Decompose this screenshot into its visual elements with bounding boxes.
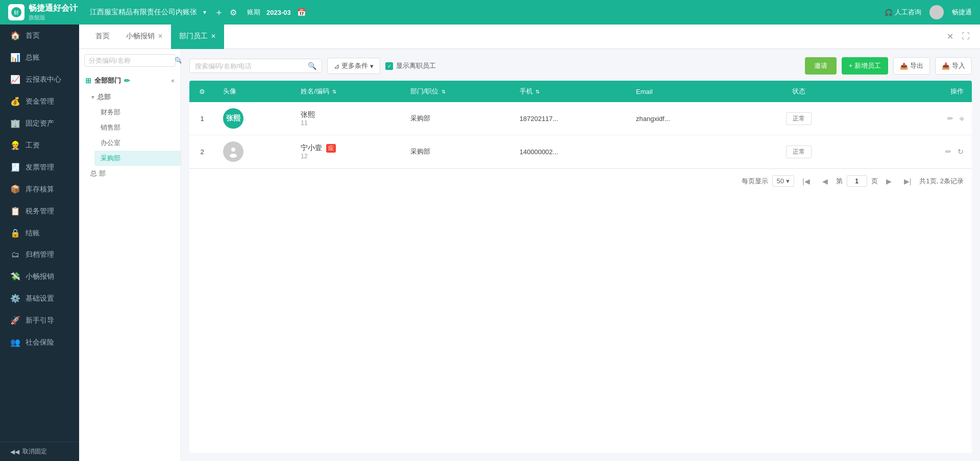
invite-button[interactable]: 邀请 bbox=[805, 57, 837, 75]
export-button[interactable]: 📤 导出 bbox=[893, 57, 930, 75]
dept-node-finance[interactable]: 财务部 bbox=[94, 105, 181, 120]
guide-icon: 🚀 bbox=[10, 316, 20, 325]
row-num-2: 2 bbox=[189, 135, 215, 168]
cancel-fixed-icon: ◀◀ bbox=[10, 448, 19, 455]
user-avatar bbox=[929, 5, 944, 19]
sidebar-item-label: 云报表中心 bbox=[26, 75, 61, 84]
sidebar-item-tax[interactable]: 📋 税务管理 bbox=[0, 200, 79, 222]
dept-node-office[interactable]: 办公室 bbox=[94, 135, 181, 151]
grid-icon: ⊞ bbox=[85, 77, 91, 85]
sidebar: 🏠 首页 📊 总账 📈 云报表中心 💰 资金管理 🏢 固定资产 👷 工资 🧾 发… bbox=[0, 25, 79, 461]
employee-code-1: 11 bbox=[301, 119, 394, 127]
add-employee-button[interactable]: + 新增员工 bbox=[842, 57, 888, 75]
col-status: 状态 bbox=[734, 81, 864, 102]
employee-code-2: 12 bbox=[301, 153, 394, 160]
sidebar-item-archive[interactable]: 🗂 归档管理 bbox=[0, 244, 79, 265]
employee-search-input[interactable] bbox=[195, 62, 305, 70]
show-resigned-checkbox[interactable]: ✓ 显示离职员工 bbox=[385, 61, 436, 70]
sidebar-item-closing[interactable]: 🔒 结账 bbox=[0, 222, 79, 244]
email-cell-1: zhangxidf... bbox=[628, 102, 734, 135]
tab-employees[interactable]: 部门员工 ✕ bbox=[171, 25, 224, 49]
filter-button[interactable]: ⊿ 更多条件 ▾ bbox=[327, 58, 380, 74]
expand-tab-icon[interactable]: ⛶ bbox=[960, 30, 972, 43]
reports-icon: 📈 bbox=[10, 75, 20, 84]
app-subtitle: 旗舰版 bbox=[29, 14, 78, 21]
svg-point-3 bbox=[230, 154, 237, 158]
cancel-fixed-button[interactable]: ◀◀ 取消固定 bbox=[0, 442, 79, 461]
delete-icon-2[interactable]: ↻ bbox=[958, 148, 964, 156]
settings-icon[interactable]: ⚙ bbox=[230, 8, 237, 17]
sidebar-item-label: 新手引导 bbox=[26, 316, 54, 325]
sidebar-item-label: 资金管理 bbox=[26, 97, 54, 106]
sidebar-item-settings[interactable]: ⚙️ 基础设置 bbox=[0, 287, 79, 309]
sidebar-item-inventory[interactable]: 📦 库存核算 bbox=[0, 178, 79, 200]
tab-home[interactable]: 首页 bbox=[87, 25, 118, 49]
page-number-input[interactable] bbox=[847, 175, 867, 187]
sidebar-item-label: 基础设置 bbox=[26, 294, 54, 303]
sidebar-item-invoice[interactable]: 🧾 发票管理 bbox=[0, 156, 79, 178]
employee-table: ⚙ 头像 姓名/编码 ⇅ 部门/职位 ⇅ 手机 ⇅ Email 状态 操作 bbox=[189, 81, 972, 168]
app-title: 畅捷通好会计 bbox=[29, 3, 78, 14]
prev-page-button[interactable]: ◀ bbox=[818, 176, 832, 187]
next-page-button[interactable]: ▶ bbox=[882, 176, 896, 187]
chevron-down-icon: ▾ bbox=[370, 62, 374, 70]
dept-node-general[interactable]: 总 部 bbox=[84, 166, 181, 181]
page-total: 共1页, 2条记录 bbox=[919, 177, 964, 186]
edit-icon-2[interactable]: ✏ bbox=[945, 148, 951, 156]
dept-children: 财务部 销售部 办公室 采购部 bbox=[84, 105, 181, 166]
close-tab-icon[interactable]: ✕ bbox=[945, 30, 955, 43]
all-departments[interactable]: ⊞ 全部部门 ✏ « bbox=[79, 72, 181, 89]
closing-icon: 🔒 bbox=[10, 228, 20, 238]
sidebar-item-expense[interactable]: 💸 小畅报销 bbox=[0, 265, 79, 287]
col-name[interactable]: 姓名/编码 ⇅ bbox=[292, 81, 402, 102]
tab-expense[interactable]: 小畅报销 ✕ bbox=[118, 25, 171, 49]
page-label: 第 bbox=[836, 177, 843, 186]
col-email: Email bbox=[628, 81, 734, 102]
period-value: 2023-03 bbox=[266, 9, 291, 16]
sidebar-item-reports[interactable]: 📈 云报表中心 bbox=[0, 68, 79, 90]
headphone-icon: 🎧 bbox=[885, 9, 893, 16]
calendar-icon[interactable]: 📅 bbox=[297, 8, 306, 16]
sidebar-item-salary[interactable]: 👷 工资 bbox=[0, 134, 79, 156]
sidebar-item-ledger[interactable]: 📊 总账 bbox=[0, 46, 79, 68]
col-avatar: 头像 bbox=[215, 81, 292, 102]
sidebar-item-fund[interactable]: 💰 资金管理 bbox=[0, 90, 79, 112]
dept-search-input[interactable] bbox=[89, 57, 175, 64]
company-dropdown-icon[interactable]: ▾ bbox=[203, 9, 206, 16]
logout-icon-1[interactable]: ⎆ bbox=[960, 114, 964, 123]
sidebar-item-label: 小畅报销 bbox=[26, 272, 54, 281]
salary-icon: 👷 bbox=[10, 140, 20, 150]
insurance-icon: 👥 bbox=[10, 337, 20, 347]
dept-node-sales[interactable]: 销售部 bbox=[94, 120, 181, 135]
col-settings[interactable]: ⚙ bbox=[189, 81, 215, 102]
import-button[interactable]: 📥 导入 bbox=[935, 57, 972, 75]
toolbar-right: 邀请 + 新增员工 📤 导出 📥 导入 bbox=[805, 57, 972, 75]
tab-employees-close[interactable]: ✕ bbox=[211, 33, 216, 40]
dept-search-box[interactable]: 🔍 bbox=[84, 54, 176, 67]
sidebar-item-guide[interactable]: 🚀 新手引导 bbox=[0, 309, 79, 331]
tab-bar-controls: ✕ ⛶ bbox=[945, 30, 972, 43]
per-page-select[interactable]: 50 ▾ bbox=[772, 175, 794, 187]
edit-dept-icon[interactable]: ✏ bbox=[124, 77, 130, 85]
col-phone[interactable]: 手机 ⇅ bbox=[511, 81, 628, 102]
logo-area: 财 畅捷通好会计 旗舰版 bbox=[8, 3, 80, 21]
email-cell-2 bbox=[628, 135, 734, 168]
sidebar-item-home[interactable]: 🏠 首页 bbox=[0, 25, 79, 46]
edit-icon-1[interactable]: ✏ bbox=[947, 114, 953, 123]
main-layout: 🏠 首页 📊 总账 📈 云报表中心 💰 资金管理 🏢 固定资产 👷 工资 🧾 发… bbox=[0, 25, 980, 461]
tab-expense-close[interactable]: ✕ bbox=[158, 33, 163, 40]
service-button[interactable]: 🎧 人工咨询 bbox=[885, 8, 921, 17]
per-page-value: 50 bbox=[777, 177, 784, 185]
filter-icon: ⊿ bbox=[334, 62, 339, 70]
first-page-button[interactable]: |◀ bbox=[798, 176, 814, 187]
add-company-icon[interactable]: ＋ bbox=[214, 6, 224, 18]
employee-search-box[interactable]: 🔍 bbox=[189, 59, 322, 73]
actions-cell-1: ✏ ⎆ bbox=[864, 102, 972, 135]
sidebar-item-insurance[interactable]: 👥 社会保险 bbox=[0, 331, 79, 353]
dept-node-purchase[interactable]: 采购部 bbox=[94, 151, 181, 166]
sidebar-item-assets[interactable]: 🏢 固定资产 bbox=[0, 112, 79, 134]
last-page-button[interactable]: ▶| bbox=[900, 176, 916, 187]
col-dept[interactable]: 部门/职位 ⇅ bbox=[402, 81, 511, 102]
collapse-dept-icon[interactable]: « bbox=[171, 77, 175, 84]
dept-parent-head[interactable]: ▼ 总部 bbox=[84, 89, 181, 105]
